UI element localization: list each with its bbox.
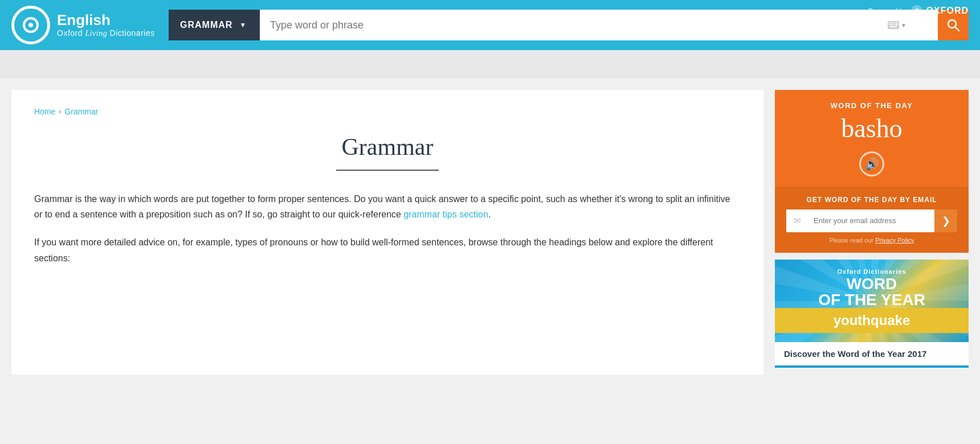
email-section-label: GET WORD OF THE DAY BY EMAIL <box>786 196 957 204</box>
wotd-speaker-button[interactable]: 🔊 <box>859 151 884 176</box>
privacy-text: Please read our <box>829 237 875 244</box>
wotd-label: WORD OF THE DAY <box>786 101 957 110</box>
sub-header-bar <box>0 50 980 79</box>
privacy-policy-link[interactable]: Privacy Policy <box>875 237 914 244</box>
svg-rect-6 <box>896 22 898 23</box>
search-section: GRAMMAR ▼ <box>169 10 969 40</box>
privacy-note: Please read our Privacy Policy <box>786 237 957 244</box>
category-dropdown[interactable]: GRAMMAR ▼ <box>169 10 260 40</box>
word-of-day-section: WORD OF THE DAY basho 🔊 <box>775 90 969 187</box>
svg-rect-9 <box>893 24 895 26</box>
wotd-email-section: GET WORD OF THE DAY BY EMAIL ✉ ❯ Please … <box>775 187 969 253</box>
logo-oxford: Oxford <box>57 28 85 38</box>
grammar-tips-link[interactable]: grammar tips section <box>403 209 488 219</box>
svg-rect-10 <box>896 24 898 26</box>
body-paragraph-1: Grammar is the way in which words are pu… <box>34 191 741 222</box>
svg-rect-11 <box>890 26 897 27</box>
speaker-icon: 🔊 <box>865 157 879 171</box>
search-icon <box>947 19 959 31</box>
search-input[interactable] <box>260 10 938 40</box>
woty-oxford-label: Oxford Dictionaries <box>837 268 906 275</box>
logo-subtitle: Oxford Living Dictionaries <box>57 28 155 38</box>
woty-discover-text[interactable]: Discover the Word of the Year 2017 <box>775 342 969 365</box>
email-icon: ✉ <box>794 216 801 226</box>
logo-dictionaries: Dictionaries <box>107 28 155 38</box>
breadcrumb-home[interactable]: Home <box>34 107 55 116</box>
breadcrumb-separator: › <box>59 108 61 116</box>
svg-line-13 <box>956 27 959 31</box>
email-input[interactable] <box>808 209 934 232</box>
keyboard-chevron-icon: ▼ <box>901 22 906 28</box>
woty-title-line1: WORD <box>847 276 897 292</box>
email-icon-wrapper: ✉ <box>786 209 808 232</box>
logo-text: English Oxford Living Dictionaries <box>57 12 155 38</box>
page-title: Grammar <box>34 133 741 161</box>
breadcrumb-current: Grammar <box>64 107 98 116</box>
svg-rect-5 <box>893 22 895 23</box>
chevron-down-icon: ▼ <box>239 21 247 29</box>
category-label: GRAMMAR <box>180 20 232 30</box>
email-input-row: ✉ ❯ <box>786 209 957 232</box>
search-input-wrapper: ▼ <box>260 10 938 40</box>
svg-rect-8 <box>891 24 893 26</box>
logo-circle-inner <box>23 17 39 33</box>
woty-ribbon: youthquake <box>775 308 969 333</box>
header-top-bar: English Oxford Living Dictionaries GRAMM… <box>0 0 980 50</box>
svg-rect-3 <box>889 22 891 23</box>
woty-background: Oxford Dictionaries WORD OF THE YEAR you… <box>775 260 969 342</box>
breadcrumb: Home › Grammar <box>34 107 741 116</box>
body-text-1-end: . <box>488 209 491 219</box>
logo-circle-icon <box>11 6 50 44</box>
svg-rect-4 <box>891 22 893 23</box>
email-submit-button[interactable]: ❯ <box>934 209 957 232</box>
site-header: Powered by O OXFORD English Oxford Livin… <box>0 0 980 50</box>
wotd-word[interactable]: basho <box>786 114 957 143</box>
body-paragraph-2: If you want more detailed advice on, for… <box>34 235 741 265</box>
submit-arrow-icon: ❯ <box>942 215 950 227</box>
woty-inner: Oxford Dictionaries WORD OF THE YEAR you… <box>775 260 969 368</box>
logo-living: Living <box>85 29 107 38</box>
svg-rect-7 <box>889 24 891 26</box>
body-text-1: Grammar is the way in which words are pu… <box>34 194 730 219</box>
keyboard-svg <box>888 21 899 29</box>
sidebar: WORD OF THE DAY basho 🔊 GET WORD OF THE … <box>775 90 969 375</box>
woty-title-line2: OF THE YEAR <box>818 292 925 308</box>
woty-word: youthquake <box>834 313 910 328</box>
title-underline <box>336 170 439 171</box>
main-container: Home › Grammar Grammar Grammar is the wa… <box>0 79 980 386</box>
logo-english: English <box>57 12 155 28</box>
logo-area[interactable]: English Oxford Living Dictionaries <box>11 6 160 44</box>
content-area: Home › Grammar Grammar Grammar is the wa… <box>11 90 763 375</box>
word-of-year-banner[interactable]: Oxford Dictionaries WORD OF THE YEAR you… <box>775 260 969 368</box>
keyboard-icon[interactable]: ▼ <box>888 21 906 29</box>
